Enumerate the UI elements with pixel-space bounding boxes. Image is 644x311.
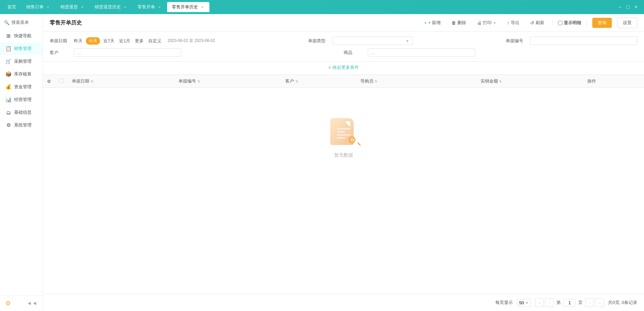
doc-lines	[337, 128, 350, 140]
col-actual-amount-sort-icon: ⇅	[499, 80, 502, 83]
refresh-icon: ↺	[530, 20, 534, 25]
tab-retail-open[interactable]: 零售开单 ×	[133, 2, 166, 12]
add-button[interactable]: + + 新增	[422, 18, 443, 27]
sidebar-item-base-info-label: 基础信息	[14, 109, 32, 115]
sidebar-item-quick-nav[interactable]: ⊞ 快捷导航	[0, 30, 43, 42]
display-detail-label: 显示明细	[564, 20, 581, 26]
last-page-button[interactable]: »	[595, 298, 604, 307]
window-controls: － □ ×	[617, 4, 641, 10]
data-table: ⚙ 单据日期 ⇅ 单据编号 ⇅	[43, 75, 644, 88]
sidebar-item-sales-mgmt-label: 销售管理	[14, 46, 32, 52]
close-button[interactable]: ×	[633, 4, 639, 10]
tab-sales-return[interactable]: 销货退货 ×	[56, 2, 89, 12]
sidebar-search[interactable]: 搜索菜单	[0, 17, 43, 30]
customer-input[interactable]: ...	[74, 48, 181, 57]
col-doc-date-sort-icon: ⇅	[91, 80, 93, 83]
print-button[interactable]: 🖨 打印 ▼	[474, 18, 499, 27]
shortcut-more[interactable]: 更多	[134, 37, 145, 45]
shortcut-custom[interactable]: 自定义	[147, 37, 163, 45]
doc-line-4	[337, 137, 345, 139]
sidebar-item-sys-mgmt-label: 系统管理	[14, 122, 32, 128]
collapse-button[interactable]: ∧ 收起更多条件	[324, 63, 363, 72]
tab-sales-return-history[interactable]: 销货退货历史 ×	[90, 2, 132, 12]
gear-icon[interactable]: ⚙	[5, 300, 11, 307]
col-settings-header[interactable]: ⚙	[43, 75, 55, 88]
prev-page-button[interactable]: ‹	[545, 298, 554, 307]
col-actual-amount-header[interactable]: 实销金额 ⇅	[477, 75, 583, 88]
delete-button[interactable]: 🗑 删除	[449, 18, 469, 27]
sidebar-item-ops-mgmt[interactable]: 📊 经营管理	[0, 93, 43, 106]
tab-retail-open-history-close[interactable]: ×	[200, 5, 205, 9]
mag-circle	[349, 137, 355, 143]
sidebar-item-stock-calc-label: 库存核算	[14, 71, 32, 77]
col-doc-date-header[interactable]: 单据日期 ⇅	[68, 75, 175, 88]
sidebar-item-sales-mgmt[interactable]: 📋 销售管理	[0, 42, 43, 55]
maximize-button[interactable]: □	[625, 4, 631, 10]
settings-button[interactable]: 设置	[617, 17, 637, 28]
tab-retail-open-history[interactable]: 零售开单历史 ×	[167, 2, 209, 12]
stock-icon: 📦	[5, 71, 11, 77]
page-size-select[interactable]: 50 ▼	[517, 299, 531, 307]
export-button[interactable]: ↑ 导出	[504, 18, 522, 27]
col-checkbox-header[interactable]	[55, 75, 68, 88]
tab-home[interactable]: 首页	[3, 2, 21, 12]
collapse-up-icon: ∧	[328, 65, 331, 70]
sidebar-item-quick-nav-label: 快捷导航	[14, 33, 32, 39]
table-section: ⚙ 单据日期 ⇅ 单据编号 ⇅	[43, 75, 644, 311]
shortcut-yesterday[interactable]: 昨天	[72, 37, 84, 45]
filter-row-1: 单据日期 昨天 今天 近7天 近1月 更多 自定义 2023-06-02 至 2…	[50, 37, 637, 45]
next-page-button[interactable]: ›	[585, 298, 594, 307]
query-button[interactable]: 查询	[592, 18, 612, 28]
delete-label: 删除	[457, 20, 466, 26]
sidebar-item-base-info[interactable]: 🗂 基础信息	[0, 106, 43, 119]
sidebar-item-stock-calc[interactable]: 📦 库存核算	[0, 68, 43, 81]
page-label-pre: 第	[556, 300, 561, 306]
col-guide-label: 导购员	[360, 79, 374, 84]
col-customer-sort-icon: ⇅	[295, 80, 298, 83]
col-doc-number-label: 单据编号	[179, 79, 196, 84]
shortcut-today[interactable]: 今天	[86, 37, 100, 45]
date-shortcuts: 昨天 今天 近7天 近1月 更多 自定义 2023-06-02 至 2023-0…	[72, 37, 215, 45]
delete-icon: 🗑	[451, 20, 456, 25]
doc-number-input[interactable]	[530, 37, 637, 45]
date-filter-label: 单据日期	[50, 38, 71, 44]
col-guide-header[interactable]: 导购员 ⇅	[356, 75, 447, 88]
tab-sales-order[interactable]: 销售订单 ×	[21, 2, 55, 12]
print-dropdown-icon[interactable]: ▼	[493, 21, 496, 25]
sidebar-item-finance-mgmt-label: 资金管理	[14, 84, 32, 90]
col-settings-icon[interactable]: ⚙	[47, 79, 51, 84]
collapse-sidebar-icon[interactable]: ◄◄	[27, 300, 37, 306]
tab-sales-return-close[interactable]: ×	[80, 5, 85, 9]
display-detail-input[interactable]	[558, 21, 562, 25]
toolbar: 零售开单历史 + + 新增 🗑 删除 🖨 打印 ▼ ↑ 导出	[43, 14, 644, 32]
page-number-input[interactable]	[563, 299, 576, 307]
col-extra-header	[447, 75, 476, 88]
sidebar-item-sys-mgmt[interactable]: ⚙ 系统管理	[0, 119, 43, 132]
tab-retail-open-close[interactable]: ×	[157, 5, 162, 9]
sidebar-item-finance-mgmt[interactable]: 💰 资金管理	[0, 81, 43, 93]
tab-sales-return-history-close[interactable]: ×	[123, 5, 128, 9]
refresh-label: 刷新	[536, 20, 544, 26]
magnifier	[349, 137, 359, 147]
goods-input[interactable]: ...	[368, 48, 475, 57]
doc-type-select[interactable]	[332, 37, 413, 45]
header-checkbox[interactable]	[59, 79, 64, 83]
col-customer-header[interactable]: 客户 ⇅	[281, 75, 356, 88]
ops-icon: 📊	[5, 97, 11, 103]
filter-section: 单据日期 昨天 今天 近7天 近1月 更多 自定义 2023-06-02 至 2…	[43, 32, 644, 75]
export-label: 导出	[511, 20, 519, 26]
display-detail-checkbox[interactable]: 显示明细	[558, 20, 581, 26]
minimize-button[interactable]: －	[617, 4, 623, 10]
sidebar-item-purchase-mgmt[interactable]: 🛒 采购管理	[0, 55, 43, 68]
doc-line-1	[337, 128, 350, 129]
doc-type-dropdown-icon	[406, 38, 409, 43]
first-page-button[interactable]: «	[535, 298, 544, 307]
filter-row-2: 客户 ... 商品 ...	[50, 48, 637, 57]
refresh-button[interactable]: ↺ 刷新	[528, 18, 547, 27]
shortcut-7days[interactable]: 近7天	[102, 37, 116, 45]
doc-number-filter-label: 单据编号	[506, 38, 527, 44]
tab-sales-order-close[interactable]: ×	[46, 5, 50, 9]
col-doc-number-header[interactable]: 单据编号 ⇅	[175, 75, 281, 88]
tab-sales-return-label: 销货退货	[60, 4, 78, 10]
shortcut-1month[interactable]: 近1月	[118, 37, 132, 45]
